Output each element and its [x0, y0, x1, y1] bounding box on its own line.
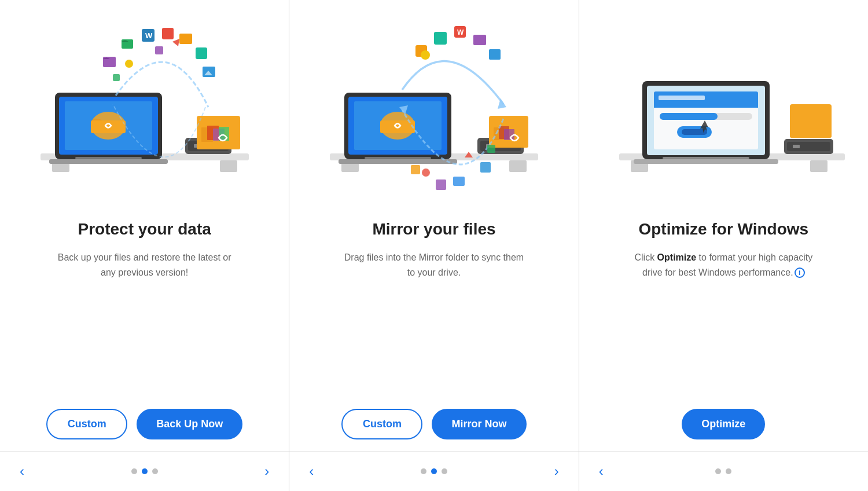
optimize-dot-2 — [726, 468, 731, 474]
optimize-card: Optimize for Windows Click Optimize to f… — [579, 0, 868, 491]
protect-title: Protect your data — [78, 220, 211, 239]
optimize-description: Click Optimize to format your high capac… — [631, 250, 816, 280]
protect-prev-arrow[interactable]: ‹ — [12, 461, 32, 482]
svg-point-29 — [125, 60, 133, 68]
svg-rect-79 — [659, 96, 705, 100]
svg-rect-65 — [487, 145, 495, 153]
custom-mirror-button[interactable]: Custom — [341, 409, 422, 439]
svg-rect-31 — [113, 74, 120, 81]
protect-card-footer: Custom Back Up Now — [0, 397, 289, 439]
svg-text:W: W — [457, 28, 464, 36]
backup-now-button[interactable]: Back Up Now — [137, 409, 242, 439]
protect-description: Back up your files and restore the lates… — [52, 250, 237, 280]
mirror-prev-arrow[interactable]: ‹ — [301, 461, 322, 482]
svg-rect-2 — [220, 160, 237, 172]
mirror-title: Mirror your files — [372, 220, 495, 239]
mirror-dot-1 — [421, 468, 426, 474]
mirror-card: W Mirror your files Drag files into the … — [289, 0, 579, 491]
mirror-next-arrow[interactable]: › — [546, 461, 567, 482]
protect-card: W Protect your data Back up your fil — [0, 0, 289, 491]
mirror-dot-3 — [442, 468, 447, 474]
mirror-card-nav: ‹ › — [289, 451, 578, 491]
mirror-card-content: Mirror your files Drag files into the Mi… — [318, 208, 550, 397]
svg-rect-30 — [155, 46, 163, 54]
protect-dot-3 — [152, 468, 158, 474]
svg-rect-73 — [790, 110, 832, 138]
svg-rect-64 — [411, 165, 420, 174]
mirror-illustration: W — [289, 0, 578, 208]
svg-rect-23 — [162, 28, 174, 39]
svg-rect-59 — [480, 162, 491, 173]
protect-illustration: W — [0, 0, 289, 208]
protect-card-nav: ‹ › — [0, 451, 289, 491]
svg-marker-50 — [498, 98, 506, 109]
svg-rect-34 — [509, 160, 527, 172]
svg-rect-53 — [434, 32, 447, 45]
svg-rect-78 — [654, 100, 758, 108]
protect-next-arrow[interactable]: › — [256, 461, 277, 482]
svg-rect-86 — [663, 157, 749, 159]
svg-point-63 — [422, 168, 430, 177]
info-icon[interactable]: i — [795, 268, 805, 278]
svg-rect-24 — [179, 34, 192, 44]
mirror-dot-2 — [431, 468, 437, 474]
protect-nav-dots — [131, 468, 158, 474]
optimize-card-content: Optimize for Windows Click Optimize to f… — [608, 208, 839, 397]
optimize-illustration — [579, 0, 868, 208]
optimize-nav-dots — [715, 468, 731, 474]
mirror-description: Drag files into the Mirror folder to syn… — [341, 250, 527, 280]
svg-rect-85 — [634, 159, 778, 164]
optimize-prev-arrow[interactable]: ‹ — [591, 461, 612, 482]
svg-text:W: W — [145, 31, 153, 40]
protect-card-content: Protect your data Back up your files and… — [29, 208, 260, 397]
svg-rect-61 — [453, 177, 465, 186]
svg-rect-11 — [49, 159, 168, 164]
svg-rect-25 — [196, 47, 207, 59]
mirror-now-button[interactable]: Mirror Now — [432, 409, 526, 439]
protect-dot-1 — [131, 468, 137, 474]
svg-rect-44 — [365, 157, 431, 159]
mirror-nav-dots — [421, 468, 447, 474]
svg-rect-12 — [75, 157, 142, 159]
optimize-bold-text: Optimize — [657, 252, 697, 262]
optimize-button[interactable]: Optimize — [682, 409, 765, 439]
svg-rect-10 — [91, 120, 126, 133]
optimize-card-nav: ‹ — [579, 451, 868, 491]
svg-point-58 — [421, 50, 430, 60]
mirror-card-footer: Custom Mirror Now — [289, 397, 578, 439]
svg-rect-68 — [810, 160, 827, 172]
svg-rect-62 — [436, 179, 446, 190]
svg-rect-57 — [489, 49, 501, 60]
custom-backup-button[interactable]: Custom — [46, 409, 127, 439]
protect-dot-2 — [142, 468, 148, 474]
svg-rect-81 — [660, 113, 718, 120]
cards-container: W Protect your data Back up your fil — [0, 0, 868, 491]
optimize-dot-1 — [715, 468, 721, 474]
svg-rect-43 — [339, 159, 457, 164]
svg-marker-28 — [172, 39, 179, 46]
svg-rect-56 — [473, 35, 486, 45]
optimize-title: Optimize for Windows — [638, 220, 808, 239]
svg-rect-71 — [793, 145, 800, 148]
optimize-card-footer: Optimize — [579, 397, 868, 439]
